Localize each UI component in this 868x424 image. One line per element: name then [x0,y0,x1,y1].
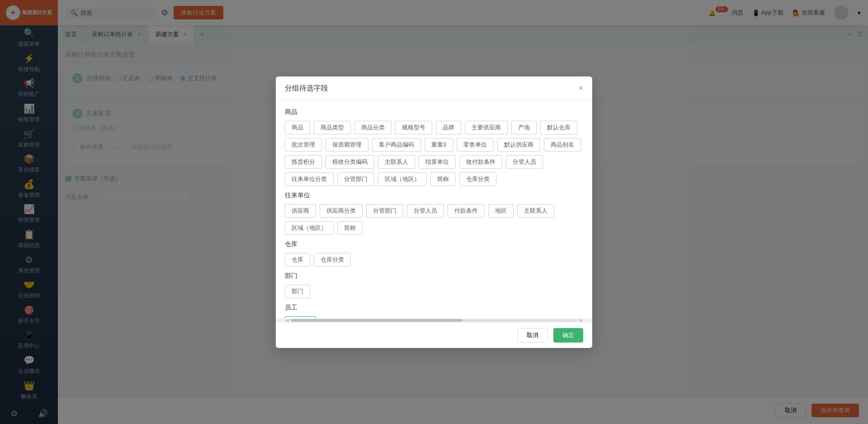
field-tag[interactable]: 拣货积分 [285,155,322,169]
field-tag[interactable]: 付款条件 [448,204,485,218]
field-tag[interactable]: 分管部门 [337,172,374,186]
field-tag[interactable]: 主联系人 [378,155,415,169]
field-tag[interactable]: 往来单位分类 [285,172,334,186]
section-dept-fields: 部门 [285,285,583,298]
section-warehouse-title: 仓库 [285,240,583,248]
modal-body: 商品 商品 商品类型 商品分类 规格型号 品牌 主要供应商 产地 默认仓库 批次… [276,101,592,319]
field-tag[interactable]: 分管人员 [407,204,444,218]
field-tag[interactable]: 主联系人 [517,204,554,218]
field-tag[interactable]: 供应商分类 [320,204,363,218]
field-tag[interactable]: 批次管理 [285,138,322,152]
section-goods-title: 商品 [285,108,583,116]
field-tag[interactable]: 分管人员 [506,155,543,169]
modal-footer: 取消 确定 [276,322,592,348]
field-tag[interactable]: 保质期管理 [326,138,368,152]
section-dept-title: 部门 [285,272,583,280]
field-tag[interactable]: 地区 [488,204,514,218]
field-tag[interactable]: 默认仓库 [540,121,577,134]
scrollbar-thumb[interactable] [291,319,462,322]
modal-cancel-btn[interactable]: 取消 [517,328,548,343]
field-tag[interactable]: 部门 [285,285,310,298]
modal-field-select: 分组待选字段 × 商品 商品 商品类型 商品分类 规格型号 品牌 主要供应商 产… [276,76,592,348]
field-tag[interactable]: 结算单位 [419,155,456,169]
field-tag[interactable]: 仓库分类 [459,172,496,186]
modal-close-btn[interactable]: × [578,84,583,93]
modal-title: 分组待选字段 [285,84,328,93]
modal-horizontal-scrollbar[interactable]: ◀ ▶ [276,319,592,322]
field-tag[interactable]: 区域（地区） [378,172,427,186]
field-tag[interactable]: 商品 [285,121,310,134]
field-tag[interactable]: 商品分类 [354,121,392,134]
field-tag[interactable]: 商品类型 [314,121,351,134]
field-tag[interactable]: 简称 [337,221,363,235]
field-tag[interactable]: 简称 [430,172,456,186]
field-tag[interactable]: 默认供应商 [497,138,540,152]
field-tag[interactable]: 收付款条件 [459,155,502,169]
section-contacts-title: 往来单位 [285,191,583,200]
modal-header: 分组待选字段 × [276,76,592,101]
section-employee-title: 员工 [285,304,583,312]
field-tag[interactable]: 仓库 [285,253,310,267]
section-contacts-fields: 供应商 供应商分类 分管部门 分管人员 付款条件 地区 主联系人 区域（地区） … [285,204,583,235]
field-tag[interactable]: 品牌 [436,121,461,134]
modal-confirm-btn[interactable]: 确定 [553,328,583,343]
section-warehouse-fields: 仓库 仓库分类 [285,253,583,267]
field-tag[interactable]: 区域（地区） [285,221,334,235]
field-tag[interactable]: 零售单位 [457,138,494,152]
field-tag[interactable]: 产地 [511,121,537,134]
field-tag[interactable]: 商品别名 [544,138,581,152]
field-tag[interactable]: 规格型号 [395,121,432,134]
section-goods-fields: 商品 商品类型 商品分类 规格型号 品牌 主要供应商 产地 默认仓库 批次管理 … [285,121,583,186]
field-tag[interactable]: 仓库分类 [314,253,351,267]
field-tag[interactable]: 分管部门 [366,204,403,218]
field-tag[interactable]: 重量3 [425,138,453,152]
field-tag[interactable]: 主要供应商 [465,121,508,134]
field-tag[interactable]: 客户商品编码 [372,138,421,152]
field-tag[interactable]: 税收分类编码 [326,155,374,169]
scrollbar-track[interactable] [291,319,577,322]
field-tag[interactable]: 供应商 [285,204,316,218]
